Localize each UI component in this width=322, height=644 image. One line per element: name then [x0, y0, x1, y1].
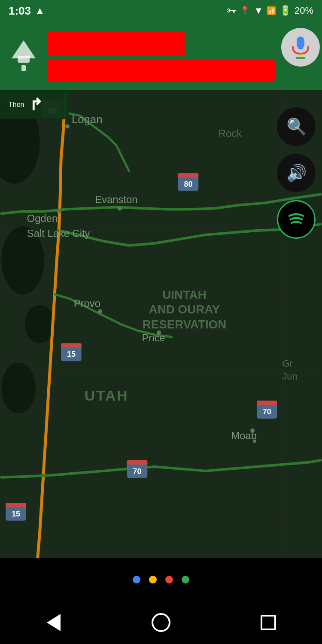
- nav-arrow-icon: ▲: [35, 5, 45, 16]
- battery-icon: 🔋: [279, 5, 291, 16]
- svg-text:UTAH: UTAH: [85, 388, 129, 404]
- bottom-dots-bar: [0, 558, 322, 601]
- map-svg: 15 80 15 70 70 15 Logan Ogden Evanston R…: [0, 90, 322, 558]
- then-turn-indicator: Then ↱: [0, 90, 69, 119]
- search-icon: 🔍: [286, 117, 307, 136]
- nav-destination-redacted: [47, 60, 275, 81]
- svg-text:Moab: Moab: [231, 430, 257, 441]
- svg-text:Logan: Logan: [72, 113, 103, 125]
- map-view[interactable]: 15 80 15 70 70 15 Logan Ogden Evanston R…: [0, 90, 322, 558]
- status-bar: 1:03 ▲ 🗝 📍 ▼ 📶 🔋 20%: [0, 0, 322, 21]
- dot-blue: [133, 576, 140, 583]
- svg-point-16: [118, 207, 122, 211]
- nav-header: [0, 21, 322, 90]
- svg-point-4: [285, 208, 307, 231]
- svg-text:Rock: Rock: [219, 128, 242, 139]
- dot-yellow: [149, 576, 157, 583]
- svg-text:15: 15: [12, 510, 20, 518]
- svg-rect-1: [298, 43, 303, 49]
- status-right: 🗝 📍 ▼ 📶 🔋 20%: [227, 5, 313, 16]
- battery-percent: 20%: [295, 5, 313, 16]
- then-label: Then: [9, 101, 24, 109]
- svg-point-17: [98, 309, 102, 313]
- svg-text:80: 80: [184, 180, 192, 188]
- home-button[interactable]: [148, 610, 174, 635]
- home-icon: [152, 613, 170, 632]
- svg-point-12: [1, 362, 35, 413]
- signal-icon: 📶: [267, 6, 276, 15]
- spotify-button[interactable]: [277, 200, 316, 239]
- svg-text:UINTAH: UINTAH: [162, 288, 207, 301]
- turn-right-icon: ↱: [29, 95, 43, 114]
- dot-red: [165, 576, 173, 583]
- svg-text:15: 15: [67, 350, 76, 358]
- recents-button[interactable]: [255, 610, 281, 635]
- svg-point-53: [253, 440, 256, 443]
- recents-icon: [261, 615, 276, 630]
- svg-text:Salt Lake City: Salt Lake City: [27, 228, 90, 239]
- system-nav-bar: [0, 601, 322, 644]
- location-icon: 📍: [240, 6, 250, 16]
- search-button[interactable]: 🔍: [277, 107, 316, 146]
- svg-text:RESERVATION: RESERVATION: [143, 318, 227, 331]
- svg-rect-36: [6, 503, 26, 507]
- svg-rect-30: [127, 460, 148, 465]
- svg-point-14: [65, 124, 70, 128]
- svg-text:Ogden: Ogden: [27, 213, 58, 224]
- back-icon: [47, 614, 61, 631]
- volume-icon: 🔊: [286, 164, 307, 182]
- volume-button[interactable]: 🔊: [277, 154, 316, 192]
- svg-text:Provo: Provo: [74, 298, 100, 309]
- dot-green: [182, 576, 189, 583]
- svg-text:AND OURAY: AND OURAY: [149, 303, 220, 316]
- nav-info: [47, 31, 275, 81]
- wifi-icon: ▼: [254, 5, 263, 16]
- svg-point-13: [25, 305, 55, 343]
- svg-text:70: 70: [263, 407, 271, 416]
- svg-text:Evanston: Evanston: [95, 194, 137, 205]
- voice-search-button[interactable]: [281, 28, 320, 67]
- svg-rect-33: [257, 401, 277, 405]
- svg-text:Price: Price: [142, 332, 165, 343]
- time-display: 1:03: [9, 4, 31, 18]
- microphone-icon: [291, 36, 310, 59]
- svg-text:Gr: Gr: [282, 358, 292, 369]
- key-icon: 🗝: [227, 5, 236, 16]
- status-left: 1:03 ▲: [9, 4, 45, 18]
- nav-street-redacted: [47, 31, 185, 56]
- svg-text:Jun: Jun: [282, 371, 297, 382]
- nav-direction-arrow: [6, 28, 41, 84]
- action-buttons: 🔍 🔊: [277, 107, 316, 239]
- svg-text:70: 70: [133, 467, 142, 476]
- spotify-icon: [285, 208, 308, 231]
- svg-rect-24: [178, 173, 199, 177]
- back-button[interactable]: [41, 610, 67, 635]
- svg-rect-27: [61, 343, 82, 348]
